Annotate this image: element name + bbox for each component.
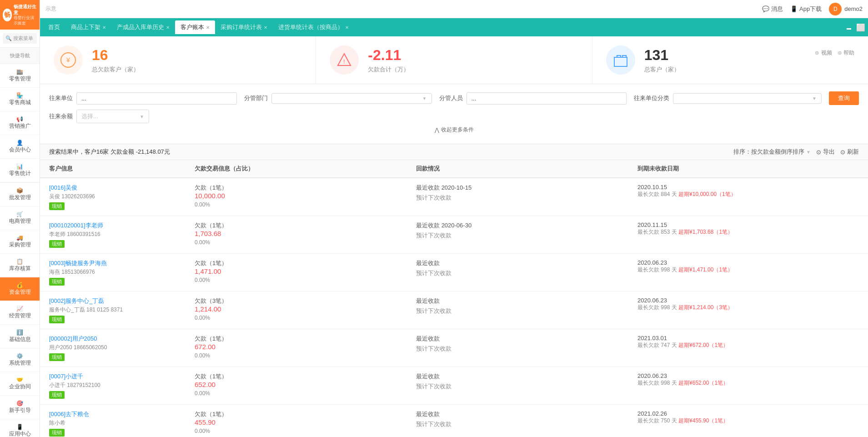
sidebar-item-basic-info[interactable]: ℹ️ 基础信息 (0, 325, 40, 348)
filter-unit-category-select[interactable]: ▼ (673, 93, 822, 104)
debt-info-2: 欠款（1笔） 1,703.68 0.00% (195, 221, 416, 246)
sidebar-item-zero-retail-mgmt[interactable]: 🏬 零售管理 (0, 64, 40, 88)
overdue-link-3[interactable]: 超期¥1,471.00（1笔） (678, 266, 733, 273)
customer-name-link-1[interactable]: [0016]吴俊 (49, 184, 77, 191)
tabs-minimize-button[interactable]: 🗕 (845, 23, 853, 32)
sidebar-item-marketing[interactable]: 📢 营销推广 (0, 111, 40, 135)
overdue-date-4: 2020.06.23 (637, 297, 859, 304)
sidebar-item-label: 新手引导 (3, 407, 37, 414)
customer-name-link-5[interactable]: [000002]用户2050 (49, 335, 97, 342)
sidebar-item-member-center[interactable]: 👤 会员中心 (0, 135, 40, 159)
customer-name-link-2[interactable]: [0001020001]李老师 (49, 222, 103, 229)
overdue-days-1: 最长欠款 884 天 超期¥10,000.00（1笔） (637, 191, 859, 198)
menu-icon: 📋 (3, 258, 37, 265)
message-button[interactable]: 💬 消息 (762, 5, 783, 13)
username: demo2 (844, 5, 863, 12)
sidebar-item-fund-mgmt[interactable]: 💰 资金管理 (0, 277, 40, 301)
table-header: 客户信息 欠款交易信息（占比） 回款情况 到期未收款日期 (40, 160, 868, 178)
debt-amount-3[interactable]: 1,471.00 (195, 267, 416, 275)
tabs-maximize-button[interactable]: ⬜ (856, 23, 865, 32)
search-menu-button[interactable]: 🔍 搜索菜单 (3, 33, 37, 44)
tab-product-on-off-label: 商品上下架 (71, 23, 100, 31)
overdue-link-2[interactable]: 超期¥1,703.68（1笔） (678, 229, 733, 235)
collapse-filter-button[interactable]: ⋀ 收起更多条件 (49, 123, 859, 136)
tab-product-on-off[interactable]: 商品上下架 ✕ (65, 20, 111, 34)
filter-dept-select[interactable]: ▼ (271, 93, 432, 104)
app-download-button[interactable]: 📱 App下载 (790, 5, 822, 13)
filter-unit-label: 往来单位 (49, 94, 73, 102)
debt-count-5: 欠款（1笔） (195, 335, 416, 343)
svg-rect-6 (622, 55, 626, 57)
recovery-info-1: 最近收款 2020-10-15 预计下次收款 (416, 184, 637, 202)
filter-balance-select[interactable]: 选择... ▼ (76, 110, 149, 123)
filter-person: 分管人员 ... (439, 92, 627, 105)
overdue-link-5[interactable]: 超期¥672.00（1笔） (678, 342, 728, 348)
tab-purchase-order-stats[interactable]: 采购订单统计表 ✕ (215, 20, 273, 34)
sidebar-item-purchase-mgmt[interactable]: 🚚 采购管理 (0, 230, 40, 254)
debt-amount-4[interactable]: 1,214.00 (195, 305, 416, 313)
sidebar: 畅 畅捷通好生意 母婴行业演示账套 🔍 搜索菜单 快捷导航 🏬 零售管理 🏪 零… (0, 0, 40, 437)
filter-person-label: 分管人员 (439, 94, 463, 102)
sidebar-item-zero-retail-mall[interactable]: 🏪 零售商城 (0, 88, 40, 111)
sidebar-item-label: 库存核算 (3, 265, 37, 272)
menu-icon: 🏬 (3, 69, 37, 75)
debt-amount-2[interactable]: 1,703.68 (195, 230, 416, 237)
tab-purchase-stats-by-product[interactable]: 进货单统计表（按商品） ✕ (273, 20, 354, 34)
sidebar-item-system-mgmt[interactable]: ⚙️ 系统管理 (0, 348, 40, 372)
overdue-link-7[interactable]: 超期¥455.90（1笔） (678, 417, 728, 424)
result-summary: 搜索结果中，客户16家 欠款金额 -21,148.07元 (49, 148, 170, 156)
search-button[interactable]: 查询 (829, 91, 859, 105)
customer-phone-1: 吴俊 13026203696 (49, 193, 195, 201)
debt-amount-6[interactable]: 652.00 (195, 381, 416, 388)
customer-name-link-4[interactable]: [0002]服务中心_丁磊 (49, 297, 104, 304)
sidebar-search-area: 🔍 搜索菜单 (0, 30, 40, 48)
sidebar-item-ecom-mgmt[interactable]: 🛒 电商管理 (0, 206, 40, 230)
overdue-link-4[interactable]: 超期¥1,214.00（3笔） (678, 304, 733, 311)
search-menu-label: 搜索菜单 (13, 35, 33, 42)
debt-percent-3: 0.00% (195, 277, 416, 283)
sidebar-item-inventory-check[interactable]: 📋 库存核算 (0, 254, 40, 277)
customer-name-link-6[interactable]: [0007]小迸千 (49, 373, 83, 380)
debt-info-7: 欠款（1笔） 455.90 0.00% (195, 410, 416, 434)
tab-product-on-off-close[interactable]: ✕ (102, 25, 106, 30)
recovery-next-6: 预计下次收款 (416, 382, 637, 391)
customer-name-link-7[interactable]: [0006]去下粮仓 (49, 411, 89, 417)
sidebar-item-app-center[interactable]: 📱 应用中心 (0, 419, 40, 437)
collapse-label: 收起更多条件 (441, 126, 474, 134)
sidebar-item-batch-mgmt[interactable]: 📦 批发管理 (0, 183, 40, 206)
recovery-info-3: 最近收款 预计下次收款 (416, 259, 637, 277)
customer-phone-2: 李老师 18600391516 (49, 231, 195, 238)
video-help-button[interactable]: ⊙ 视频 (815, 49, 832, 57)
sidebar-item-newbie-guide[interactable]: 🎯 新手引导 (0, 396, 40, 419)
export-button[interactable]: ⊙ 导出 (816, 148, 835, 156)
tab-purchase-order-stats-close[interactable]: ✕ (264, 25, 267, 30)
customer-name-link-3[interactable]: [0003]畅捷服务尹海燕 (49, 260, 107, 266)
brand-subtitle: 母婴行业演示账套 (14, 15, 37, 26)
refresh-button[interactable]: ⊙ 刷新 (840, 148, 859, 156)
debt-amount-1[interactable]: 10,000.00 (195, 192, 416, 200)
filter-unit-input[interactable]: ... (76, 92, 237, 105)
sidebar-item-zero-stats[interactable]: 📊 零售统计 (0, 159, 40, 182)
user-profile[interactable]: D demo2 (829, 3, 863, 15)
help-button[interactable]: ⊙ 帮助 (838, 49, 854, 57)
filter-person-input[interactable]: ... (467, 92, 627, 105)
tab-home[interactable]: 首页 (43, 20, 65, 34)
overdue-info-6: 2020.06.23 最长欠款 998 天 超期¥652.00（1笔） (637, 372, 859, 387)
debt-info-1: 欠款（1笔） 10,000.00 0.00% (195, 184, 416, 208)
tab-purchase-stats-by-product-close[interactable]: ✕ (345, 25, 349, 30)
debt-amount-5[interactable]: 672.00 (195, 343, 416, 351)
overdue-link-1[interactable]: 超期¥10,000.00（1笔） (678, 191, 736, 197)
tab-customer-account-close[interactable]: ✕ (206, 25, 210, 30)
tab-customer-account[interactable]: 客户账本 ✕ (175, 20, 215, 34)
customer-tag-1: 现销 (49, 202, 65, 210)
recovery-next-5: 预计下次收款 (416, 345, 637, 353)
debt-count-4: 欠款（3笔） (195, 297, 416, 305)
sidebar-item-ops-mgmt[interactable]: 📈 经营管理 (0, 301, 40, 325)
sort-select[interactable]: 排序：按欠款金额倒序排序 ▼ (733, 148, 811, 156)
sidebar-item-quick-nav[interactable]: 快捷导航 (0, 48, 40, 64)
debt-amount-7[interactable]: 455.90 (195, 418, 416, 426)
tab-product-purchase-history[interactable]: 产成品入库单历史 ✕ (111, 20, 175, 34)
sidebar-item-enterprise-collab[interactable]: 🤝 企业协同 (0, 372, 40, 396)
tab-product-purchase-history-close[interactable]: ✕ (166, 25, 170, 30)
overdue-link-6[interactable]: 超期¥652.00（1笔） (678, 380, 728, 386)
